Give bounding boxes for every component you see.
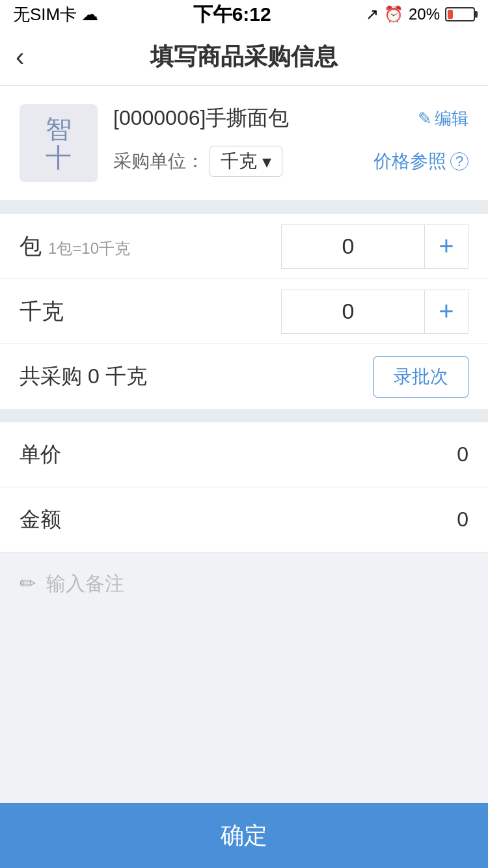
remark-placeholder: 输入备注	[46, 571, 124, 597]
price-value: 0	[457, 442, 468, 467]
kg-input-row: 千克 +	[0, 279, 488, 344]
page-title: 填写商品采购信息	[150, 41, 338, 73]
price-row: 单价 0	[0, 422, 488, 487]
product-info: [0000006]手撕面包 ✎ 编辑 采购单位： 千克 ▾ 价格参照 ?	[113, 104, 468, 177]
summary-row: 共采购 0 千克 录批次	[0, 344, 488, 409]
edit-button[interactable]: ✎ 编辑	[418, 107, 468, 130]
kg-label: 千克	[20, 297, 64, 327]
alarm-icon: ⏰	[384, 5, 403, 23]
info-icon: ?	[450, 152, 468, 170]
section-divider-1	[0, 201, 488, 214]
status-left: 无SIM卡 ☁	[13, 3, 98, 26]
section-divider-2	[0, 409, 488, 422]
nav-bar: ‹ 填写商品采购信息	[0, 29, 488, 86]
info-section: 单价 0 金额 0	[0, 422, 488, 552]
bag-input-row: 包 1包=10千克 +	[0, 214, 488, 279]
product-card: 智 十 [0000006]手撕面包 ✎ 编辑 采购单位： 千克 ▾	[0, 86, 488, 201]
bag-plus-button[interactable]: +	[424, 224, 468, 269]
input-section: 包 1包=10千克 + 千克 + 共采购 0 千克 录批次	[0, 214, 488, 409]
summary-text: 共采购 0 千克	[20, 362, 147, 391]
back-button[interactable]: ‹	[16, 42, 24, 72]
product-logo: 智 十	[46, 115, 72, 172]
bag-input[interactable]	[281, 224, 424, 269]
chevron-down-icon: ▾	[262, 151, 271, 172]
price-ref-button[interactable]: 价格参照 ?	[373, 149, 468, 174]
kg-input-control: +	[281, 290, 468, 334]
bag-input-control: +	[281, 224, 468, 269]
status-time: 下午6:12	[193, 1, 271, 28]
sim-status: 无SIM卡 ☁	[13, 3, 98, 26]
product-thumbnail: 智 十	[20, 104, 98, 182]
battery-percent: 20%	[409, 5, 440, 23]
status-bar: 无SIM卡 ☁ 下午6:12 ↗ ⏰ 20%	[0, 0, 488, 29]
page-spacer	[0, 670, 488, 803]
unit-select[interactable]: 千克 ▾	[210, 146, 282, 177]
edit-icon: ✎	[418, 109, 432, 129]
amount-value: 0	[457, 508, 468, 532]
amount-label: 金额	[20, 506, 61, 534]
amount-row: 金额 0	[0, 487, 488, 552]
unit-label: 采购单位：	[113, 149, 204, 174]
price-label: 单价	[20, 441, 61, 469]
location-icon: ↗	[366, 5, 379, 23]
kg-plus-button[interactable]: +	[424, 290, 468, 334]
battery-icon	[445, 7, 475, 21]
kg-input[interactable]	[281, 290, 424, 334]
product-name: [0000006]手撕面包	[113, 104, 289, 133]
record-batch-button[interactable]: 录批次	[373, 356, 468, 398]
pencil-icon: ✏	[20, 572, 36, 595]
confirm-button[interactable]: 确定	[0, 803, 488, 868]
status-right: ↗ ⏰ 20%	[366, 5, 475, 23]
bag-label: 包	[20, 232, 42, 262]
bag-sub-label: 1包=10千克	[48, 238, 130, 259]
remark-section[interactable]: ✏ 输入备注	[0, 552, 488, 670]
